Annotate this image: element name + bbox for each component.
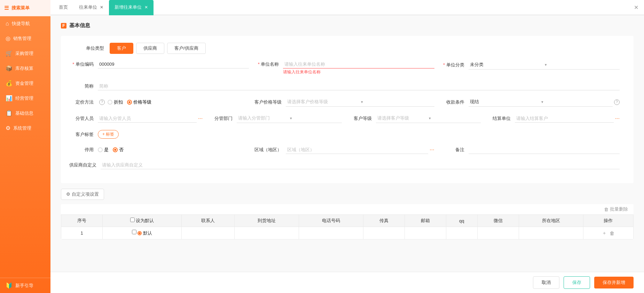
region-input[interactable] bbox=[286, 146, 428, 154]
sidebar-top: ☰ 搜索菜单 bbox=[0, 0, 50, 16]
radio-disabled-no[interactable]: 否 bbox=[113, 147, 124, 153]
supervisor-dots-btn[interactable]: ··· bbox=[198, 115, 203, 122]
cell-qq bbox=[446, 227, 477, 239]
tab-contacts[interactable]: 往来单位 ✕ bbox=[73, 0, 109, 15]
sidebar-item-capital[interactable]: 💰 资金管理 bbox=[0, 76, 50, 91]
batch-delete-label[interactable]: 批量删除 bbox=[610, 206, 628, 212]
field-customer-level: 客户等级 请选择客户等级 ▾ bbox=[347, 114, 481, 123]
radio-disabled-yes[interactable]: 是 bbox=[98, 147, 109, 153]
sidebar-item-purchase-mgmt[interactable]: 🛒 采购管理 bbox=[0, 46, 50, 61]
field-region: 区域（地区） ··· bbox=[254, 146, 434, 154]
basic-icon: 📋 bbox=[6, 110, 13, 116]
form-row-7: 供应商自定义 bbox=[69, 161, 625, 171]
system-icon: ⚙ bbox=[6, 125, 10, 131]
col-delivery: 到货地址 bbox=[234, 215, 299, 227]
sidebar-item-quick-nav[interactable]: ⌂ 快捷导航 bbox=[0, 16, 50, 31]
form-row-4: 分管人员 ··· 分管部门 请输入分管部门 ▾ 客户等级 请选择客户等级 ▾ bbox=[69, 114, 625, 124]
tab-new-contact-label: 新增往来单位 bbox=[115, 4, 142, 10]
save-and-new-button[interactable]: 保存并新增 bbox=[594, 277, 634, 288]
form-row-2: 简称 bbox=[69, 82, 625, 92]
short-name-label: 简称 bbox=[69, 83, 94, 89]
table-body: 1 默认 bbox=[61, 227, 634, 239]
sidebar-item-operations[interactable]: 📊 经营管理 bbox=[0, 91, 50, 106]
col-actions: 操作 bbox=[583, 215, 633, 227]
customer-level-placeholder: 请选择客户等级 bbox=[377, 115, 428, 121]
sidebar-item-label: 经营管理 bbox=[15, 95, 33, 101]
supplier-custom-input[interactable] bbox=[101, 161, 620, 169]
tab-new-contact[interactable]: 新增往来单位 ✕ bbox=[109, 0, 154, 15]
sidebar-search-label: 搜索菜单 bbox=[11, 5, 30, 11]
default-radio-circle bbox=[138, 231, 142, 235]
settlement-unit-dots-btn[interactable]: ··· bbox=[615, 115, 620, 122]
add-row-icon[interactable]: ＋ bbox=[602, 230, 607, 236]
payment-terms-help[interactable]: ? bbox=[614, 99, 620, 105]
field-unit-code: 单位编码 bbox=[69, 60, 249, 68]
sidebar-item-inventory[interactable]: 📦 库存核算 bbox=[0, 61, 50, 76]
btn-customer[interactable]: 客户 bbox=[110, 43, 133, 54]
btn-supplier[interactable]: 供应商 bbox=[136, 43, 164, 54]
unit-code-input[interactable] bbox=[98, 60, 249, 68]
tab-contacts-close[interactable]: ✕ bbox=[100, 5, 103, 10]
sales-icon: ◎ bbox=[6, 35, 10, 42]
home-icon: ⌂ bbox=[6, 21, 9, 27]
radio-price-level-circle bbox=[127, 100, 132, 105]
tab-home[interactable]: 首页 bbox=[53, 0, 73, 15]
add-tag-button[interactable]: + 标签 bbox=[98, 130, 119, 139]
unit-name-input[interactable] bbox=[283, 60, 434, 68]
default-label: 默认 bbox=[143, 230, 152, 236]
radio-discount-label: 折扣 bbox=[114, 99, 123, 105]
guide-icon: 🔰 bbox=[6, 282, 13, 289]
sidebar-item-system-mgmt[interactable]: ⚙ 系统管理 bbox=[0, 121, 50, 136]
cell-delivery bbox=[234, 227, 299, 239]
radio-price-level[interactable]: 价格等级 bbox=[127, 99, 151, 105]
field-short-name: 简称 bbox=[69, 82, 620, 90]
btn-both[interactable]: 客户/供应商 bbox=[167, 43, 206, 54]
save-button[interactable]: 保存 bbox=[564, 276, 590, 289]
cancel-button[interactable]: 取消 bbox=[533, 276, 559, 289]
customer-level-select[interactable]: 请选择客户等级 ▾ bbox=[376, 114, 481, 123]
unit-type-btn-group: 客户 供应商 客户/供应商 bbox=[110, 43, 206, 54]
customize-btn[interactable]: ⚙ 自定义项设置 bbox=[61, 189, 104, 200]
delete-row-icon[interactable]: 🗑 bbox=[610, 230, 614, 236]
region-dots-btn[interactable]: ··· bbox=[430, 147, 434, 153]
unit-name-error: 请输入往来单位名称 bbox=[283, 69, 321, 75]
field-settlement-unit: 结算单位 ··· bbox=[486, 114, 620, 123]
supplier-custom-label: 供应商自定义 bbox=[69, 162, 96, 168]
default-radio[interactable]: 默认 bbox=[138, 230, 152, 236]
radio-disabled-no-circle bbox=[113, 147, 118, 152]
sidebar-item-sales-mgmt[interactable]: ◎ 销售管理 bbox=[0, 31, 50, 46]
settlement-unit-input[interactable] bbox=[515, 114, 614, 123]
tab-new-contact-close[interactable]: ✕ bbox=[144, 5, 148, 10]
sidebar-item-new-guide[interactable]: 🔰 新手引导 bbox=[0, 278, 50, 293]
department-select[interactable]: 请输入分管部门 ▾ bbox=[237, 114, 341, 123]
radio-discount[interactable]: 折扣 bbox=[108, 99, 123, 105]
section-icon: F bbox=[61, 23, 66, 29]
payment-terms-value: 现结 bbox=[470, 99, 540, 105]
customer-price-level-select[interactable]: 请选择客户价格等级 ▾ bbox=[286, 97, 434, 107]
region-label: 区域（地区） bbox=[254, 147, 282, 153]
sidebar-item-basic-info[interactable]: 📋 基础信息 bbox=[0, 106, 50, 121]
department-placeholder: 请输入分管部门 bbox=[238, 115, 289, 121]
field-remarks: 备注 bbox=[440, 146, 620, 154]
col-qq: qq bbox=[446, 215, 477, 227]
payment-terms-select[interactable]: 现结 ▾ bbox=[469, 97, 613, 107]
row-checkbox[interactable] bbox=[132, 230, 136, 234]
short-name-input[interactable] bbox=[98, 82, 620, 90]
form-card: 单位类型 客户 供应商 客户/供应商 单位编码 单位名称 bbox=[61, 36, 634, 183]
sidebar-search[interactable]: ☰ 搜索菜单 bbox=[0, 3, 50, 13]
remarks-input[interactable] bbox=[469, 146, 620, 154]
payment-terms-label: 收款条件 bbox=[440, 99, 464, 105]
unit-type-row: 单位类型 客户 供应商 客户/供应商 bbox=[69, 43, 625, 54]
customer-level-chevron: ▾ bbox=[429, 116, 479, 121]
remarks-label: 备注 bbox=[440, 147, 464, 153]
cell-contact bbox=[182, 227, 235, 239]
radio-disabled-no-label: 否 bbox=[119, 147, 124, 153]
unit-category-value: 未分类 bbox=[470, 62, 543, 68]
unit-category-select[interactable]: 未分类 ▾ bbox=[469, 60, 620, 70]
pricing-method-label: 定价方法 bbox=[69, 99, 94, 105]
select-all-checkbox[interactable] bbox=[130, 218, 135, 222]
window-close-button[interactable]: ✕ bbox=[631, 3, 641, 12]
pricing-method-help[interactable]: ? bbox=[99, 99, 105, 105]
supervisor-input[interactable] bbox=[98, 114, 197, 123]
field-unit-category: 单位分类 未分类 ▾ bbox=[440, 60, 620, 70]
